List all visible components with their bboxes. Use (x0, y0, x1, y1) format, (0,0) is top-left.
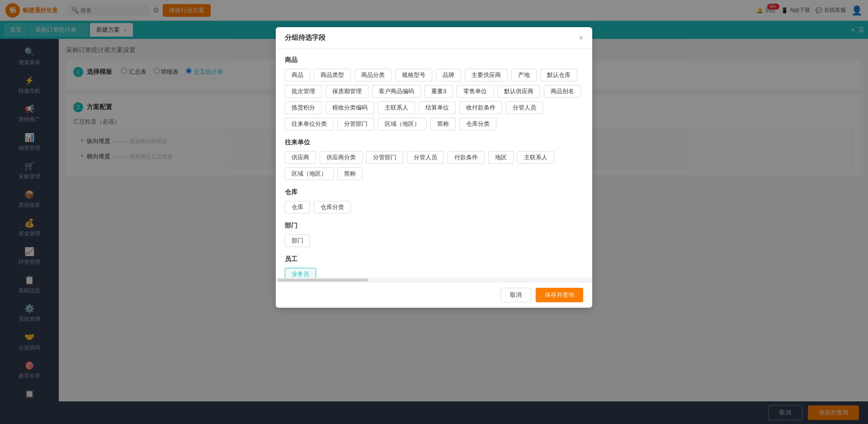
dialog-footer: 取消 保存并查询 (276, 282, 592, 308)
tag-product-0[interactable]: 商品 (285, 69, 310, 81)
tag-product-10[interactable]: 客户商品编码 (372, 85, 421, 98)
tag-product-18[interactable]: 结算单位 (419, 101, 456, 114)
tag-warehouse-0[interactable]: 仓库 (285, 201, 310, 214)
field-tags-department: 部门 (285, 234, 583, 247)
tag-product-1[interactable]: 商品类型 (314, 69, 351, 81)
tag-product-21[interactable]: 往来单位分类 (285, 118, 334, 130)
field-group-staff-title: 员工 (285, 255, 583, 263)
tag-counterpart-6[interactable]: 主联系人 (517, 151, 554, 164)
tag-product-14[interactable]: 商品别名 (544, 85, 581, 98)
tag-product-11[interactable]: 重量3 (425, 85, 453, 98)
tag-counterpart-3[interactable]: 分管人员 (407, 151, 444, 164)
tag-product-17[interactable]: 主联系人 (378, 101, 415, 114)
field-group-product-title: 商品 (285, 56, 583, 64)
tag-product-16[interactable]: 税收分类编码 (326, 101, 374, 114)
tag-product-9[interactable]: 保质期管理 (326, 85, 368, 98)
field-tags-staff: 业务员 (285, 268, 583, 278)
tag-product-5[interactable]: 主要供应商 (465, 69, 508, 81)
dialog-close-button[interactable]: × (579, 34, 583, 42)
tag-product-7[interactable]: 默认仓库 (540, 69, 577, 81)
field-tags-product: 商品 商品类型 商品分类 规格型号 品牌 主要供应商 产地 默认仓库 批次管理 … (285, 69, 583, 130)
tag-product-22[interactable]: 分管部门 (337, 118, 374, 130)
field-group-counterpart-title: 往来单位 (285, 138, 583, 147)
modal-overlay: 分组待选字段 × 商品 商品 商品类型 商品分类 规格型号 品牌 主要供应商 产… (0, 0, 868, 424)
tag-product-3[interactable]: 规格型号 (395, 69, 432, 81)
dialog-horizontal-scrollbar[interactable] (276, 278, 592, 282)
tag-product-6[interactable]: 产地 (511, 69, 537, 81)
dialog-save-button[interactable]: 保存并查询 (536, 288, 583, 302)
field-tags-counterpart: 供应商 供应商分类 分管部门 分管人员 付款条件 地区 主联系人 区域（地区） … (285, 151, 583, 180)
tag-product-25[interactable]: 仓库分类 (459, 118, 496, 130)
dialog-cancel-button[interactable]: 取消 (500, 288, 531, 302)
tag-product-4[interactable]: 品牌 (436, 69, 461, 81)
tag-counterpart-4[interactable]: 付款条件 (448, 151, 485, 164)
tag-counterpart-0[interactable]: 供应商 (285, 151, 316, 164)
tag-department-0[interactable]: 部门 (285, 234, 310, 247)
tag-product-2[interactable]: 商品分类 (354, 69, 392, 81)
field-group-product: 商品 商品 商品类型 商品分类 规格型号 品牌 主要供应商 产地 默认仓库 批次… (285, 56, 583, 130)
tag-counterpart-2[interactable]: 分管部门 (366, 151, 403, 164)
tag-warehouse-1[interactable]: 仓库分类 (314, 201, 351, 214)
field-group-warehouse: 仓库 仓库 仓库分类 (285, 188, 583, 214)
tag-product-8[interactable]: 批次管理 (285, 85, 322, 98)
tag-product-13[interactable]: 默认供应商 (497, 85, 540, 98)
hscroll-thumb (278, 279, 368, 281)
field-tags-warehouse: 仓库 仓库分类 (285, 201, 583, 214)
tag-counterpart-8[interactable]: 简称 (337, 167, 363, 180)
field-group-department: 部门 部门 (285, 222, 583, 247)
tag-product-23[interactable]: 区域（地区） (378, 118, 427, 130)
field-group-staff: 员工 业务员 (285, 255, 583, 278)
dialog-header: 分组待选字段 × (276, 27, 592, 49)
tag-staff-0[interactable]: 业务员 (285, 268, 316, 278)
field-group-counterpart: 往来单位 供应商 供应商分类 分管部门 分管人员 付款条件 地区 主联系人 区域… (285, 138, 583, 180)
tag-product-24[interactable]: 简称 (430, 118, 456, 130)
tag-counterpart-1[interactable]: 供应商分类 (320, 151, 363, 164)
dialog-title: 分组待选字段 (285, 33, 326, 42)
tag-product-15[interactable]: 拣货积分 (285, 101, 322, 114)
field-select-dialog: 分组待选字段 × 商品 商品 商品类型 商品分类 规格型号 品牌 主要供应商 产… (276, 27, 592, 308)
field-group-warehouse-title: 仓库 (285, 188, 583, 196)
tag-counterpart-7[interactable]: 区域（地区） (285, 167, 334, 180)
tag-counterpart-5[interactable]: 地区 (488, 151, 514, 164)
field-group-department-title: 部门 (285, 222, 583, 230)
tag-product-12[interactable]: 零售单位 (457, 85, 494, 98)
tag-product-20[interactable]: 分管人员 (506, 101, 543, 114)
dialog-body: 商品 商品 商品类型 商品分类 规格型号 品牌 主要供应商 产地 默认仓库 批次… (276, 49, 592, 278)
tag-product-19[interactable]: 收付款条件 (459, 101, 502, 114)
